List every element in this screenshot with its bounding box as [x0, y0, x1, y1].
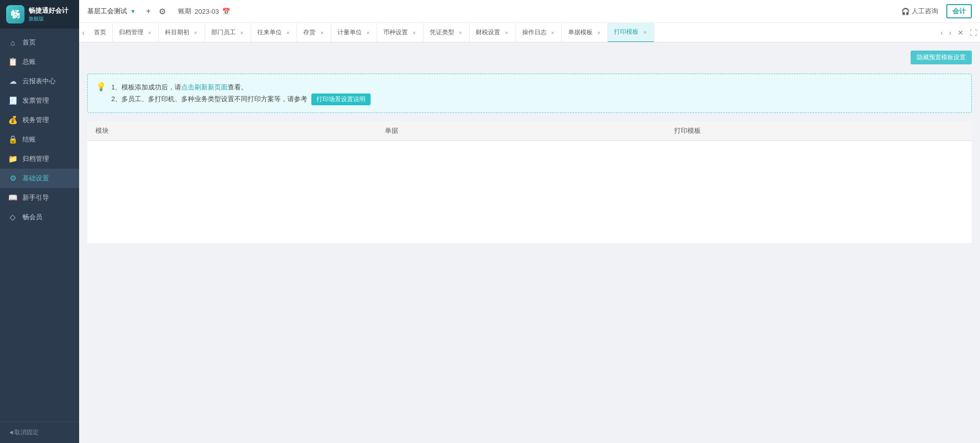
topbar-right: 🎧 人工咨询 会计 [897, 4, 972, 18]
nav-icon-tax: 💰 [8, 115, 17, 125]
app-logo-icon: 畅 [6, 5, 24, 24]
tab-操作日志[interactable]: 操作日志× [516, 23, 562, 42]
tab-部门员工[interactable]: 部门员工× [205, 23, 251, 42]
tab-往来单位[interactable]: 往来单位× [251, 23, 297, 42]
tab-close-icon[interactable]: × [239, 29, 244, 36]
company-name: 基层工会测试 [87, 7, 127, 16]
nav-icon-archive: 📁 [8, 154, 17, 164]
tab-nav-prev[interactable]: ‹ [938, 23, 946, 42]
tab-close-icon[interactable]: × [193, 29, 198, 36]
service-button[interactable]: 🎧 人工咨询 [897, 5, 942, 18]
tab-close-icon[interactable]: × [458, 29, 463, 36]
company-selector[interactable]: 基层工会测试 ▼ [87, 7, 136, 16]
tab-nav-end: ‹ › ✕ ⛶ [938, 23, 980, 42]
nav-label-close: 结账 [22, 135, 36, 144]
tab-归档管理[interactable]: 归档管理× [113, 23, 159, 42]
col-voucher: 单据 [385, 126, 674, 135]
sidebar-item-home[interactable]: ⌂首页 [0, 33, 79, 52]
sidebar-item-ledger[interactable]: 📋总账 [0, 52, 79, 72]
notice-line1: 1、模板添加成功后，请点击刷新新页面查看。 [111, 81, 371, 93]
nav-icon-reports: ☁ [8, 77, 17, 86]
hide-template-button[interactable]: 隐藏预置模板设置 [911, 51, 972, 64]
tab-close-icon[interactable]: × [642, 29, 647, 36]
headset-icon: 🎧 [901, 8, 910, 15]
tab-财税设置[interactable]: 财税设置× [470, 23, 516, 42]
service-label: 人工咨询 [912, 7, 938, 16]
sidebar-item-member[interactable]: ◇畅会员 [0, 207, 79, 227]
tab-nav-back[interactable]: ‹ [79, 23, 88, 42]
tab-close-icon[interactable]: × [550, 29, 555, 36]
tab-label: 财税设置 [476, 28, 500, 37]
tab-label: 打印模板 [614, 28, 639, 36]
unpin-button[interactable]: ◄取消固定 [0, 422, 79, 443]
tab-label: 凭证类型 [430, 28, 454, 37]
nav-label-home: 首页 [22, 38, 36, 47]
period-label: 账期 [178, 7, 191, 16]
tab-单据模板[interactable]: 单据模板× [562, 23, 608, 42]
tab-存货[interactable]: 存货× [297, 23, 331, 42]
table-body [87, 141, 972, 243]
tab-close-icon[interactable]: × [147, 29, 152, 36]
main-area: 基层工会测试 ▼ + ⚙ 账期 2023-03 📅 🎧 人工咨询 会计 ‹首页归… [79, 0, 980, 443]
tabbar: ‹首页归档管理×科目期初×部门员工×往来单位×存货×计量单位×币种设置×凭证类型… [79, 23, 980, 42]
nav-label-archive: 归档管理 [22, 154, 49, 164]
nav-icon-home: ⌂ [8, 38, 17, 47]
account-button[interactable]: 会计 [946, 4, 972, 18]
sidebar-item-settings[interactable]: ⚙基础设置 [0, 169, 79, 188]
sidebar-item-guide[interactable]: 📖新手引导 [0, 188, 79, 207]
settings-button[interactable]: ⚙ [157, 6, 168, 17]
notice-line2: 2、多员工、多打印机、多种业务类型设置不同打印方案等，请参考 打印场景设置说明 [111, 93, 371, 105]
tab-label: 操作日志 [522, 28, 547, 37]
tab-label: 部门员工 [211, 28, 236, 37]
notice-box: 💡 1、模板添加成功后，请点击刷新新页面查看。 2、多员工、多打印机、多种业务类… [87, 74, 972, 113]
print-template-table: 模块 单据 打印模板 [87, 121, 972, 243]
sidebar-item-reports[interactable]: ☁云报表中心 [0, 72, 79, 91]
notice-line2-text: 2、多员工、多打印机、多种业务类型设置不同打印方案等，请参考 [111, 95, 307, 103]
tab-close-icon[interactable]: × [411, 29, 416, 36]
tab-close-all[interactable]: ✕ [954, 23, 967, 42]
nav-label-tax: 税务管理 [22, 115, 49, 125]
sidebar-item-tax[interactable]: 💰税务管理 [0, 110, 79, 130]
calendar-icon[interactable]: 📅 [222, 8, 230, 15]
tab-close-icon[interactable]: × [285, 29, 290, 36]
tab-label: 往来单位 [257, 28, 282, 37]
nav-label-settings: 基础设置 [22, 174, 49, 183]
nav-label-reports: 云报表中心 [22, 77, 56, 86]
company-chevron-icon: ▼ [130, 8, 136, 14]
col-module: 模块 [95, 126, 385, 135]
sidebar-item-archive[interactable]: 📁归档管理 [0, 149, 79, 169]
notice-text: 1、模板添加成功后，请点击刷新新页面查看。 2、多员工、多打印机、多种业务类型设… [111, 81, 371, 105]
period-info: 账期 2023-03 📅 [178, 7, 230, 16]
tab-nav-next[interactable]: › [946, 23, 954, 42]
tab-close-icon[interactable]: × [365, 29, 371, 36]
tab-close-icon[interactable]: × [319, 29, 324, 36]
sidebar-item-close[interactable]: 🔒结账 [0, 130, 79, 149]
top-action-bar: 隐藏预置模板设置 [87, 51, 972, 69]
nav-label-member: 畅会员 [22, 213, 42, 222]
nav-label-guide: 新手引导 [22, 193, 49, 202]
notice-refresh-link[interactable]: 点击刷新新页面 [181, 83, 228, 91]
unpin-label: ◄取消固定 [8, 428, 39, 437]
topbar: 基层工会测试 ▼ + ⚙ 账期 2023-03 📅 🎧 人工咨询 会计 [79, 0, 980, 23]
tab-expand[interactable]: ⛶ [967, 23, 980, 42]
tab-label: 单据模板 [568, 28, 593, 37]
sidebar-item-invoice[interactable]: 🧾发票管理 [0, 91, 79, 110]
tab-币种设置[interactable]: 币种设置× [377, 23, 423, 42]
logo-text: 畅捷通好会计 旗舰版 [29, 6, 68, 22]
tab-科目期初[interactable]: 科目期初× [159, 23, 205, 42]
nav-label-invoice: 发票管理 [22, 96, 49, 105]
table-header: 模块 单据 打印模板 [87, 121, 972, 141]
tab-close-icon[interactable]: × [504, 29, 509, 36]
print-scene-button[interactable]: 打印场景设置说明 [311, 94, 371, 105]
tab-close-icon[interactable]: × [596, 29, 601, 36]
tab-首页[interactable]: 首页 [88, 23, 113, 42]
tab-打印模板[interactable]: 打印模板× [608, 23, 654, 42]
tab-label: 存货 [303, 28, 315, 37]
topbar-actions: + ⚙ [144, 6, 168, 17]
tab-凭证类型[interactable]: 凭证类型× [424, 23, 470, 42]
nav-icon-guide: 📖 [8, 193, 17, 202]
add-tab-button[interactable]: + [144, 6, 153, 17]
tab-label: 归档管理 [119, 28, 143, 37]
notice-line1-suffix: 查看。 [228, 83, 248, 91]
tab-计量单位[interactable]: 计量单位× [331, 23, 377, 42]
